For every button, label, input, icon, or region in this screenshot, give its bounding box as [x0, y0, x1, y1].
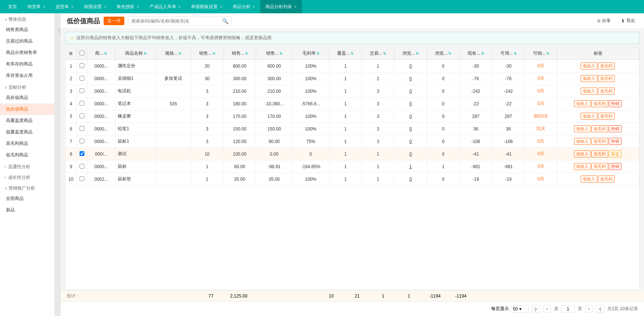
cell-col11[interactable]: 1 — [394, 160, 427, 173]
col-margin[interactable]: 毛利率⇅ — [292, 47, 329, 60]
nav-item-sales[interactable]: 销货单 × — [22, 0, 50, 13]
sidebar-item-category-sales[interactable]: 商品分类销售率 — [0, 47, 54, 58]
nav-item-permission[interactable]: 权限设置 × — [79, 0, 111, 13]
share-button[interactable]: ⎘ 分享 — [595, 16, 614, 26]
col-trade[interactable]: 交易...⇅ — [362, 47, 394, 60]
cell-checkbox[interactable] — [77, 110, 87, 123]
cell-col11[interactable]: 0 — [394, 173, 427, 186]
sidebar-item-high-margin[interactable]: 高毛利商品 — [0, 138, 54, 149]
browse-link[interactable]: 0 — [409, 76, 412, 81]
cell-col11[interactable]: 0 — [394, 60, 427, 72]
cell-col11[interactable]: 0 — [394, 98, 427, 110]
export-button[interactable]: ⬆ 导出 — [618, 16, 638, 26]
col-spec[interactable]: 规格...⇅ — [156, 47, 191, 60]
browse-link[interactable]: 0 — [409, 89, 412, 94]
sidebar-item-low-coverage[interactable]: 低覆盖度商品 — [0, 126, 54, 138]
cell-col11[interactable]: 0 — [394, 85, 427, 98]
nav-item-analysis[interactable]: 商品分析 × — [228, 0, 260, 13]
cell-checkbox[interactable] — [77, 85, 87, 98]
sidebar-collapse-btn[interactable]: 《 — [55, 13, 61, 316]
cell-col11[interactable]: 0 — [394, 135, 427, 148]
sidebar-item-stock-fund[interactable]: 库存资金占用 — [0, 70, 54, 81]
close-icon[interactable]: × — [43, 4, 45, 9]
nav-item-product-in[interactable]: 产成品入库单 × — [144, 0, 186, 13]
cell-col11[interactable]: 0 — [394, 148, 427, 160]
sidebar-group-title-contribution[interactable]: ∨ 贡献分析 — [0, 81, 54, 92]
close-icon[interactable]: × — [294, 4, 296, 9]
sidebar-group-title-flow[interactable]: > 流通性分析 — [0, 161, 54, 171]
cell-checkbox[interactable] — [77, 60, 87, 72]
cell-col11[interactable]: 0 — [394, 123, 427, 135]
cell-col11[interactable]: 0 — [394, 72, 427, 85]
col-code[interactable]: 商...⇅ — [87, 47, 115, 60]
col-current-stock[interactable]: 现有...⇅ — [459, 47, 492, 60]
filter-btn-month[interactable]: 近一月 — [104, 17, 124, 25]
page-size-select-box[interactable]: 50 ▾ — [510, 305, 529, 313]
col-saleable[interactable]: 可销...⇅ — [525, 47, 557, 60]
browse-link[interactable]: 1 — [409, 164, 412, 169]
nav-item-purchase[interactable]: 进货单 × — [50, 0, 78, 13]
cell-checkbox[interactable] — [77, 135, 87, 148]
last-page-btn[interactable]: ›| — [596, 305, 604, 313]
table-container[interactable]: ⚙ 商...⇅ 商品名称⇅ 规格...⇅ 销售...⇅ 销售...⇅ 销售...… — [65, 47, 640, 290]
col-browse2[interactable]: 浏览...⇅ — [427, 47, 459, 60]
cell-col11[interactable]: 0 — [394, 110, 427, 123]
sidebar-item-sales-goods[interactable]: 销售类商品 — [0, 24, 54, 35]
next-page-btn[interactable]: › — [585, 305, 593, 313]
cell-col14: -76 — [492, 72, 525, 85]
nav-item-role[interactable]: 角色授权 × — [111, 0, 144, 13]
prev-page-btn[interactable]: ‹ — [543, 305, 551, 313]
tag-badge: 低收入 — [581, 88, 597, 95]
tag-badge: 低毛利 — [598, 176, 615, 183]
sidebar-item-low-value[interactable]: 低价值商品 — [0, 103, 54, 115]
close-icon[interactable]: × — [137, 4, 139, 9]
col-name[interactable]: 商品名称⇅ — [115, 47, 156, 60]
table-row: 1 0000... 属性定价 20 800.00 800.00 100% 1 1… — [66, 60, 639, 72]
col-sales1[interactable]: 销售...⇅ — [191, 47, 224, 60]
cell-days: 0天 — [525, 135, 557, 148]
search-input[interactable] — [131, 18, 222, 24]
first-page-btn[interactable]: |‹ — [532, 305, 541, 313]
sidebar-item-traded-goods[interactable]: 交易过的商品 — [0, 35, 54, 47]
cell-checkbox[interactable] — [77, 173, 87, 186]
close-icon[interactable]: × — [71, 4, 73, 9]
col-sales3[interactable]: 销售...⇅ — [256, 47, 292, 60]
nav-item-template[interactable]: 单据模板设置 × — [186, 0, 227, 13]
browse-link[interactable]: 0 — [409, 126, 412, 132]
nav-item-analysis-list[interactable]: 商品分析列表 × — [260, 0, 302, 13]
col-sales2[interactable]: 销售...⇅ — [224, 47, 256, 60]
cell-checkbox[interactable] — [77, 72, 87, 85]
close-icon[interactable]: × — [253, 4, 255, 9]
sidebar-group-title-overall[interactable]: ∨ 整体信息 — [0, 13, 54, 24]
sidebar-item-all-goods[interactable]: 全部商品 — [0, 193, 54, 204]
cell-checkbox[interactable] — [77, 148, 87, 160]
page-number-input[interactable] — [561, 305, 575, 313]
col-settings[interactable]: ⚙ — [66, 47, 77, 60]
sidebar-item-high-value[interactable]: 高价值商品 — [0, 92, 54, 103]
sidebar-group-title-marketing[interactable]: ∨ 营销推广分析 — [0, 182, 54, 193]
cell-checkbox[interactable] — [77, 98, 87, 110]
close-icon[interactable]: × — [104, 4, 106, 9]
col-browse1[interactable]: 浏览...⇅ — [394, 47, 427, 60]
cell-checkbox[interactable] — [77, 123, 87, 135]
sidebar-item-stock-goods[interactable]: 有库存的商品 — [0, 58, 54, 70]
browse-link[interactable]: 0 — [409, 64, 412, 69]
col-coverage[interactable]: 覆盖...⇅ — [329, 47, 362, 60]
browse-link[interactable]: 0 — [409, 177, 412, 182]
cell-col5: 3 — [191, 98, 224, 110]
close-icon[interactable]: × — [178, 4, 181, 9]
col-available[interactable]: 可用...⇅ — [492, 47, 525, 60]
nav-item-home[interactable]: 首页 — [3, 0, 22, 13]
cell-checkbox[interactable] — [77, 160, 87, 173]
col-checkbox[interactable] — [77, 47, 87, 60]
col-tags[interactable]: 标签 — [557, 47, 639, 60]
browse-link[interactable]: 0 — [409, 152, 412, 157]
browse-link[interactable]: 0 — [409, 101, 412, 106]
sidebar-item-high-coverage[interactable]: 高覆盖度商品 — [0, 115, 54, 126]
close-icon[interactable]: × — [220, 4, 222, 9]
sidebar-item-new-goods[interactable]: 新品 — [0, 204, 54, 216]
browse-link[interactable]: 0 — [409, 139, 412, 144]
sidebar-item-low-margin[interactable]: 低毛利商品 — [0, 149, 54, 161]
browse-link[interactable]: 0 — [409, 114, 412, 119]
sidebar-group-title-growth[interactable]: > 成长性分析 — [0, 171, 54, 182]
